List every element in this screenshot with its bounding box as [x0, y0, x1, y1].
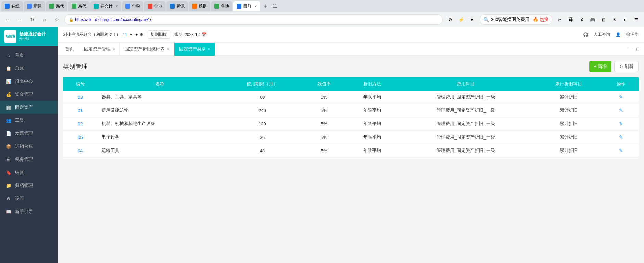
row4-edit-button[interactable]: ✎ — [619, 134, 623, 140]
lightning-button[interactable]: ⚡ — [456, 15, 466, 24]
tab-depreciation-summary-close[interactable]: × — [167, 47, 169, 51]
row1-name: 器具、工具、家具等 — [98, 91, 222, 104]
dropdown-button[interactable]: ▼ — [467, 15, 477, 24]
tab-close-5[interactable]: × — [116, 4, 118, 8]
sidebar-item-settings[interactable]: ⚙ 设置 — [0, 192, 58, 205]
settings-header-button[interactable]: ⚙ — [140, 32, 143, 37]
forward-button[interactable]: → — [15, 15, 25, 24]
col-header-name: 名称 — [98, 77, 222, 91]
tab-fixed-asset-mgmt-close[interactable]: × — [113, 47, 115, 51]
tab-depreciation-summary[interactable]: 固定资产折旧统计表 × — [120, 43, 174, 56]
browser-tab-3[interactable]: 易代 — [46, 1, 67, 11]
sidebar-item-invoice[interactable]: 📄 发票管理 — [0, 127, 58, 140]
sidebar-label-guide: 新手引导 — [15, 208, 33, 215]
refresh-label: 刷新 — [624, 63, 633, 70]
consult-label[interactable]: 人工咨询 — [594, 32, 610, 37]
tab-favicon-4 — [72, 4, 76, 9]
consult-headset-icon: 🎧 — [583, 32, 588, 37]
browser-tab-4[interactable]: 易代 — [68, 1, 90, 11]
grid-tool[interactable]: ⊞ — [599, 15, 608, 24]
browser-tools: ⚙ ⚡ ▼ — [445, 15, 477, 24]
calendar-icon[interactable]: 📅 — [202, 32, 207, 37]
sidebar-item-ledger[interactable]: 📋 总账 — [0, 62, 58, 75]
address-input[interactable]: 🔒 https://cloud.chanjet.com/accounting/u… — [64, 14, 443, 25]
minimize-window-button[interactable]: ─ — [626, 46, 633, 52]
sidebar-item-close-period[interactable]: 🔖 结账 — [0, 166, 58, 179]
page-tabs: 首页 固定资产管理 × 固定资产折旧统计表 × 固定资产类别 × ─ ⊡ — [58, 43, 644, 56]
new-tab-button[interactable]: + — [261, 1, 270, 11]
row2-expense: 管理费用_固定资产折旧_一级 — [399, 104, 533, 117]
row1-residual: 5% — [302, 91, 346, 104]
browser-tab-1[interactable]: 在线 — [1, 1, 23, 11]
col-header-residual: 残值率 — [302, 77, 346, 91]
sidebar-item-reports[interactable]: 📊 报表中心 — [0, 75, 58, 88]
tab-count-badge: 11 — [273, 4, 277, 9]
home-button[interactable]: ⌂ — [40, 15, 49, 24]
browser-tab-2[interactable]: 新建 — [24, 1, 45, 11]
tab-close-11[interactable]: × — [254, 4, 256, 8]
row5-method: 年限平均 — [346, 144, 399, 157]
back-button[interactable]: ← — [3, 15, 12, 24]
user-info: 刘小艳演示账套（勿删勿动！） 11 ▼ + ⚙ — [63, 32, 143, 37]
tab-asset-category-close[interactable]: × — [208, 47, 210, 51]
row3-edit-button[interactable]: ✎ — [619, 121, 623, 127]
browser-tab-8[interactable]: 腾讯 — [166, 1, 188, 11]
invoice-icon: 📄 — [5, 131, 12, 136]
row5-expense: 管理费用_固定资产折旧_一级 — [399, 144, 533, 157]
browser-tab-7[interactable]: 企业 — [144, 1, 166, 11]
user-name: 徐泽华 — [626, 32, 639, 37]
sidebar-item-payroll[interactable]: 👥 工资 — [0, 114, 58, 127]
row2-edit-button[interactable]: ✎ — [619, 108, 623, 113]
tab-fixed-asset-mgmt-label: 固定资产管理 — [84, 46, 111, 52]
sidebar-item-tax[interactable]: 🏛 税务管理 — [0, 153, 58, 166]
add-button[interactable]: + — [135, 32, 138, 37]
tab-home[interactable]: 首页 — [60, 43, 79, 56]
sun-tool[interactable]: ☀ — [610, 15, 619, 24]
row1-expense: 管理费用_固定资产折旧_一级 — [399, 91, 533, 104]
sidebar-item-archive[interactable]: 📁 归档管理 — [0, 179, 58, 192]
tab-favicon-6 — [125, 4, 130, 9]
menu-tool[interactable]: ☰ — [632, 15, 641, 24]
browser-tab-5[interactable]: 好会计 × — [90, 1, 121, 11]
reload-button[interactable]: ↻ — [27, 15, 37, 24]
tab-asset-category[interactable]: 固定资产类别 × — [174, 43, 215, 56]
bookmark-button[interactable]: ☆ — [52, 15, 62, 24]
row5-edit-button[interactable]: ✎ — [619, 148, 623, 153]
row3-residual: 5% — [302, 117, 346, 131]
search-bar[interactable]: 🔍 360智能抠图免费用 🔥 热搜 — [480, 14, 552, 25]
game-tool[interactable]: 🎮 — [588, 15, 597, 24]
tab-fixed-asset-mgmt[interactable]: 固定资产管理 × — [79, 43, 120, 56]
row1-edit-button[interactable]: ✎ — [619, 94, 623, 100]
row2-residual: 5% — [302, 104, 346, 117]
extensions-button[interactable]: ⚙ — [445, 15, 455, 24]
row2-action: ✎ — [604, 104, 639, 117]
translate-tool[interactable]: 译 — [566, 15, 576, 24]
row5-name: 运输工具 — [98, 144, 222, 157]
switch-version-button[interactable]: 切到旧版 — [148, 30, 170, 39]
tab-title-2: 新建 — [34, 3, 42, 9]
dropdown-arrow[interactable]: ▼ — [129, 32, 133, 37]
sidebar-item-inventory[interactable]: 📦 进销台账 — [0, 140, 58, 153]
browser-tab-11[interactable]: 目前 × — [233, 1, 260, 11]
row4-period: 36 — [223, 131, 302, 144]
add-button-primary[interactable]: + 新增 — [589, 61, 611, 72]
undo-tool[interactable]: ↩ — [621, 15, 630, 24]
sidebar-item-fixed-assets[interactable]: 🏢 固定资产 — [0, 101, 58, 114]
logo-text-block: 畅捷通好会计 专业版 — [19, 31, 46, 42]
coin-tool[interactable]: ¥ — [577, 15, 586, 24]
sidebar-item-guide[interactable]: 📖 新手引导 — [0, 205, 58, 218]
sidebar-item-home[interactable]: ⌂ 首页 — [0, 49, 58, 62]
sidebar-item-funds[interactable]: 💰 资金管理 — [0, 88, 58, 101]
refresh-button[interactable]: ↻ 刷新 — [614, 61, 639, 72]
address-bar-row: ← → ↻ ⌂ ☆ 🔒 https://cloud.chanjet.com/ac… — [0, 12, 644, 27]
maximize-window-button[interactable]: ⊡ — [634, 46, 641, 52]
cut-tool[interactable]: ✂ — [555, 15, 565, 24]
table-row: 05 电子设备 36 5% 年限平均 管理费用_固定资产折旧_一级 累计折旧 ✎ — [63, 131, 639, 144]
tab-favicon-11 — [237, 4, 241, 9]
tab-title-3: 易代 — [56, 3, 64, 9]
tab-favicon-10 — [214, 4, 219, 9]
browser-tab-10[interactable]: 各地 — [211, 1, 232, 11]
browser-tab-9[interactable]: 畅提 — [189, 1, 210, 11]
browser-tab-6[interactable]: 个税 — [122, 1, 143, 11]
row3-method: 年限平均 — [346, 117, 399, 131]
